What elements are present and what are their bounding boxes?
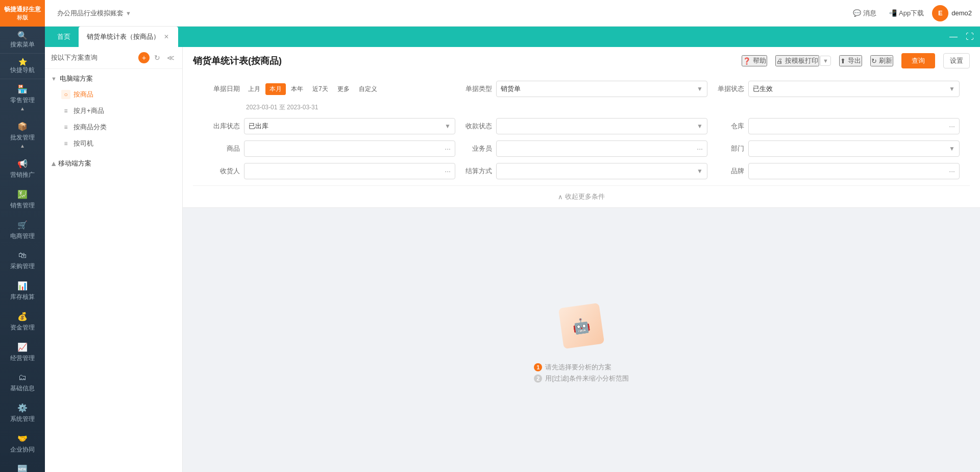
- retail-label: 零售管理: [10, 96, 35, 105]
- sidebar-item-inventory[interactable]: 📊 库存核算: [0, 276, 45, 306]
- retail-icon: 🏪: [17, 84, 28, 94]
- logo-line2: 标版: [4, 14, 41, 21]
- sidebar-logo: 畅捷通好生意 标版: [0, 0, 45, 27]
- filter-warehouse-col: 仓库 ···: [707, 118, 960, 134]
- export-icon: ⬆: [840, 57, 846, 65]
- filter-payment-col: 结算方式 ▼: [455, 163, 707, 179]
- filter-out-status-control: 已出库 ▼: [244, 118, 455, 134]
- date-btn-custom[interactable]: 自定义: [355, 83, 381, 95]
- receive-status-arrow-icon: ▼: [697, 123, 703, 130]
- user-menu[interactable]: E demo2: [932, 5, 972, 21]
- message-icon: 💬: [853, 9, 861, 17]
- sidebar-item-wholesale[interactable]: 📦 批发管理 ▲: [0, 116, 45, 154]
- inventory-label: 库存核算: [10, 293, 35, 301]
- enterprise-icon: 🤝: [17, 434, 28, 443]
- sidebar-item-enterprise[interactable]: 🤝 企业协同: [0, 429, 45, 459]
- refresh-icon: ↻: [871, 57, 877, 65]
- date-btn-7days[interactable]: 近7天: [308, 83, 332, 95]
- sidebar-item-operation[interactable]: 📈 经营管理: [0, 337, 45, 368]
- payment-select[interactable]: ▼: [496, 163, 707, 179]
- print-btn[interactable]: 🖨 按模板打印: [775, 55, 819, 66]
- topbar: 办公用品行业模拟账套 ▼ 💬 消息 📲 App下载 E demo2: [45, 0, 980, 27]
- dept-select[interactable]: ▼: [748, 140, 960, 157]
- goods-more-icon[interactable]: ···: [445, 145, 451, 153]
- sidebar-item-sales[interactable]: 💹 销售管理: [0, 184, 45, 215]
- print-dropdown-icon[interactable]: ▼: [820, 56, 831, 66]
- receive-status-label: 收款状态: [455, 122, 496, 131]
- export-btn[interactable]: ⬆ 导出: [839, 55, 862, 66]
- message-action[interactable]: 💬 消息: [849, 7, 880, 20]
- print-icon: 🖨: [776, 57, 783, 65]
- refresh-scheme-btn[interactable]: ↻: [152, 52, 163, 63]
- page-actions: ❓ 帮助 🖨 按模板打印 ▼ ⬆ 导出: [742, 53, 970, 68]
- sidebar-quick-nav[interactable]: ⭐ 快捷导航: [0, 54, 45, 79]
- doc-type-select[interactable]: 销货单 ▼: [496, 81, 707, 97]
- add-scheme-btn[interactable]: +: [138, 52, 150, 63]
- goods-input[interactable]: ···: [244, 140, 455, 157]
- purchase-label: 采购管理: [10, 262, 35, 271]
- warehouse-more-icon[interactable]: ···: [949, 122, 955, 130]
- data-area: 1 请先选择要分析的方案 2 用[过滤]条件来缩小分析范围: [183, 208, 980, 472]
- app-download-action[interactable]: 📲 App下载: [885, 7, 928, 20]
- tab-maximize-btn[interactable]: ⛶: [964, 30, 976, 43]
- left-panel-actions: + ↻ ≪: [138, 52, 176, 63]
- dept-arrow-icon: ▼: [949, 145, 955, 152]
- date-btn-this-month[interactable]: 本月: [265, 83, 286, 95]
- filter-out-status-col: 出库状态 已出库 ▼: [203, 118, 455, 134]
- tab-home[interactable]: 首页: [49, 27, 79, 47]
- by-goods-category-label: 按商品分类: [74, 123, 107, 132]
- settings-btn[interactable]: 设置: [943, 53, 970, 68]
- sidebar-item-guide[interactable]: 🆕 新手引导: [0, 459, 45, 472]
- filter-payment-control: ▼: [496, 163, 707, 179]
- logo-line1: 畅捷通好生意: [4, 6, 41, 14]
- sidebar-search[interactable]: 🔍 搜索菜单: [0, 27, 45, 54]
- scheme-item-by-machine[interactable]: ≡ 按司机: [45, 135, 182, 152]
- filter-goods-control: ···: [244, 140, 455, 157]
- receiver-input[interactable]: ···: [244, 163, 455, 179]
- sidebar-item-basic[interactable]: 🗂 基础信息: [0, 368, 45, 398]
- industry-selector[interactable]: 办公用品行业模拟账套 ▼: [53, 7, 135, 20]
- message-label: 消息: [863, 9, 876, 18]
- warehouse-input[interactable]: ···: [748, 118, 960, 134]
- sidebar-item-ecommerce[interactable]: 🛒 电商管理: [0, 215, 45, 246]
- by-goods-icon: ○: [61, 90, 70, 99]
- doc-type-value: 销货单: [501, 84, 694, 93]
- tab-sales-stats[interactable]: 销货单统计表（按商品） ✕: [79, 27, 178, 47]
- sidebar-item-retail[interactable]: 🏪 零售管理 ▲: [0, 79, 45, 116]
- filter-dept-col: 部门 ▼: [707, 140, 960, 157]
- hint-text-2: 用[过滤]条件来缩小分析范围: [545, 374, 628, 383]
- scheme-mobile-category[interactable]: ▶ 移动端方案: [45, 156, 182, 171]
- salesperson-more-icon[interactable]: ···: [697, 145, 703, 153]
- scheme-item-by-goods-category[interactable]: ≡ 按商品分类: [45, 119, 182, 135]
- filter-doc-status-control: 已生效 ▼: [748, 81, 960, 97]
- scheme-item-by-month-goods[interactable]: ≡ 按月+商品: [45, 103, 182, 119]
- refresh-btn[interactable]: ↻ 刷新: [870, 55, 893, 66]
- tab-close-btn[interactable]: ✕: [163, 33, 170, 41]
- sidebar-item-system[interactable]: ⚙️ 系统管理: [0, 398, 45, 429]
- collapse-btn[interactable]: ∧ 收起更多条件: [552, 190, 611, 203]
- query-btn[interactable]: 查询: [901, 53, 935, 68]
- out-status-select[interactable]: 已出库 ▼: [244, 118, 455, 134]
- doc-status-select[interactable]: 已生效 ▼: [748, 81, 960, 97]
- help-btn[interactable]: ❓ 帮助: [742, 55, 767, 66]
- date-btn-more[interactable]: 更多: [333, 83, 354, 95]
- receive-status-select[interactable]: ▼: [496, 118, 707, 134]
- date-btn-last-month[interactable]: 上月: [244, 83, 264, 95]
- collapse-panel-btn[interactable]: ≪: [165, 52, 176, 63]
- scheme-item-by-goods[interactable]: ○ 按商品: [45, 86, 182, 103]
- scheme-pc-category[interactable]: ▼ 电脑端方案: [45, 71, 182, 86]
- sidebar-item-purchase[interactable]: 🛍 采购管理: [0, 246, 45, 276]
- brand-input[interactable]: ···: [748, 163, 960, 179]
- brand-more-icon[interactable]: ···: [949, 167, 955, 175]
- sidebar-item-finance[interactable]: 💰 资金管理: [0, 306, 45, 337]
- filter-row-3: 商品 ··· 业务员: [203, 140, 960, 157]
- tab-minimize-btn[interactable]: —: [947, 30, 960, 43]
- filter-doc-type-control: 销货单 ▼: [496, 81, 707, 97]
- hint-num-1: 1: [534, 363, 542, 371]
- filter-doc-status-col: 单据状态 已生效 ▼: [707, 81, 960, 97]
- collapse-row: ∧ 收起更多条件: [193, 185, 970, 207]
- sidebar-item-marketing[interactable]: 📢 营销推广: [0, 154, 45, 184]
- salesperson-input[interactable]: ···: [496, 140, 707, 157]
- receiver-more-icon[interactable]: ···: [445, 167, 451, 175]
- date-btn-this-year[interactable]: 本年: [287, 83, 307, 95]
